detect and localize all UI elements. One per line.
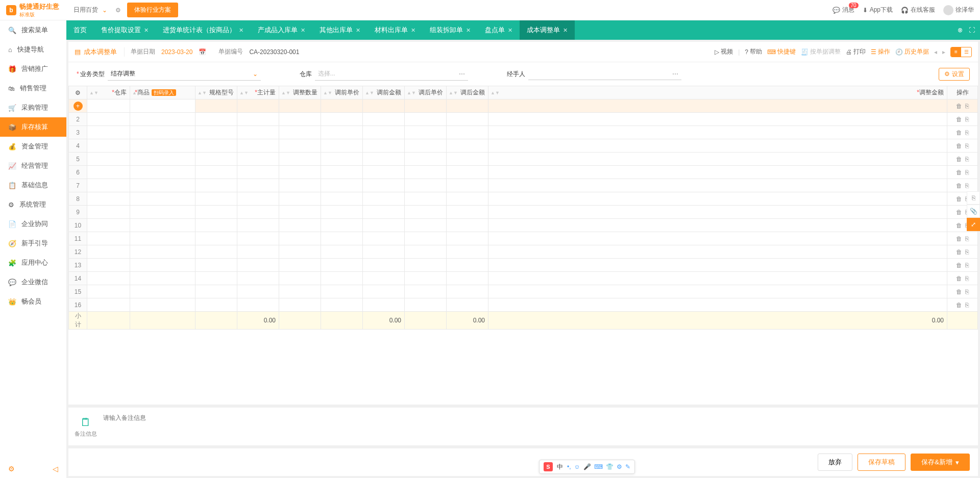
copy-icon[interactable]: ⎘ — [965, 235, 969, 242]
table-row[interactable]: 15🗑 ⎘ — [69, 285, 978, 298]
table-row[interactable]: 11🗑 ⎘ — [69, 232, 978, 245]
tab[interactable]: 产成品入库单✕ — [251, 20, 312, 40]
tab[interactable]: 其他出库单✕ — [312, 20, 368, 40]
rail-copy-icon[interactable]: ⎘ — [967, 191, 980, 205]
table-row[interactable]: +🗑 ⎘ — [69, 99, 978, 113]
copy-icon[interactable]: ⎘ — [965, 129, 969, 136]
col-adj-qty[interactable]: ▲▼调整数量 — [279, 86, 321, 99]
messages-button[interactable]: 💬 消息 70 — [832, 6, 854, 14]
copy-icon[interactable]: ⎘ — [965, 288, 969, 295]
table-row[interactable]: 9🗑 ⎘ — [69, 206, 978, 219]
tab[interactable]: 进货单统计表（按商品）✕ — [156, 20, 251, 40]
table-row[interactable]: 14🗑 ⎘ — [69, 272, 978, 285]
tab[interactable]: 材料出库单✕ — [368, 20, 423, 40]
sidebar-item-wechat[interactable]: 💬企业微信 — [0, 272, 66, 292]
copy-icon[interactable]: ⎘ — [965, 116, 969, 123]
sidebar-item-marketing[interactable]: 🎁营销推广 — [0, 59, 66, 79]
delete-icon[interactable]: 🗑 — [956, 182, 962, 189]
copy-icon[interactable]: ⎘ — [965, 103, 969, 110]
store-selector[interactable]: 日用百货 ⌄ — [69, 4, 111, 16]
sidebar-item-inventory[interactable]: 📦库存核算 — [0, 117, 66, 137]
col-warehouse[interactable]: ▲▼*仓库 — [87, 86, 130, 99]
delete-icon[interactable]: 🗑 — [956, 248, 962, 256]
table-row[interactable]: 10🗑 ⎘ — [69, 219, 978, 232]
table-row[interactable]: 2🗑 ⎘ — [69, 113, 978, 126]
list-view-icon[interactable]: ≡ — [951, 47, 961, 57]
sidebar-item-collab[interactable]: 📄企业协同 — [0, 214, 66, 234]
card-view-icon[interactable]: ☰ — [961, 47, 971, 57]
sidebar-item-system[interactable]: ⚙系统管理 — [0, 195, 66, 214]
copy-icon[interactable]: ⎘ — [965, 169, 969, 176]
delete-icon[interactable]: 🗑 — [956, 129, 962, 136]
settings-icon[interactable]: ⚙ — [8, 465, 15, 473]
rail-expand-icon[interactable]: ⤢ — [967, 218, 980, 231]
copy-icon[interactable]: ⎘ — [965, 182, 969, 189]
close-icon[interactable]: ✕ — [563, 27, 568, 34]
table-row[interactable]: 16🗑 ⎘ — [69, 298, 978, 312]
online-service-button[interactable]: 🎧 在线客服 — [901, 6, 935, 14]
chevron-down-icon[interactable]: ⌄ — [253, 70, 258, 78]
close-icon[interactable]: ✕ — [508, 27, 512, 34]
delete-icon[interactable]: 🗑 — [956, 142, 962, 149]
save-draft-button[interactable]: 保存草稿 — [857, 454, 905, 471]
col-post-amount[interactable]: ▲▼调后金额 — [447, 86, 488, 99]
save-new-button[interactable]: 保存&新增 ▾ — [911, 454, 970, 471]
sidebar-item-purchase[interactable]: 🛒采购管理 — [0, 98, 66, 117]
sidebar-item-sales[interactable]: 🛍销售管理 — [0, 79, 66, 98]
col-product[interactable]: ▲▼ *商品扫码录入 — [130, 86, 195, 99]
biz-type-field[interactable]: *业务类型 结存调整 ⌄ — [77, 67, 261, 81]
help-button[interactable]: ?帮助 — [745, 47, 762, 56]
doc-date[interactable]: 2023-03-20 — [161, 48, 192, 56]
discard-button[interactable]: 放弃 — [818, 454, 852, 471]
sidebar-item-basic[interactable]: 📋基础信息 — [0, 175, 66, 195]
sidebar-item-quicknav[interactable]: ⌂快捷导航 — [0, 40, 66, 59]
delete-icon[interactable]: 🗑 — [956, 222, 962, 229]
copy-icon[interactable]: ⎘ — [965, 142, 969, 149]
table-row[interactable]: 3🗑 ⎘ — [69, 126, 978, 139]
sidebar-item-finance[interactable]: 💰资金管理 — [0, 137, 66, 156]
delete-icon[interactable]: 🗑 — [956, 262, 962, 269]
table-row[interactable]: 7🗑 ⎘ — [69, 179, 978, 192]
copy-icon[interactable]: ⎘ — [965, 262, 969, 269]
delete-icon[interactable]: 🗑 — [956, 156, 962, 163]
add-row-button[interactable]: + — [74, 102, 83, 111]
table-row[interactable]: 4🗑 ⎘ — [69, 139, 978, 153]
gear-icon[interactable]: ⚙ — [115, 7, 121, 14]
user-menu[interactable]: 徐泽华 — [943, 5, 974, 15]
col-post-price[interactable]: ▲▼调后单价 — [405, 86, 447, 99]
more-icon[interactable]: ⋯ — [672, 70, 678, 78]
close-icon[interactable]: ✕ — [411, 27, 415, 34]
tab[interactable]: 组装拆卸单✕ — [423, 20, 478, 40]
copy-icon[interactable]: ⎘ — [965, 156, 969, 163]
shortcut-button[interactable]: ⌨快捷键 — [767, 47, 796, 56]
tab-close-all-icon[interactable]: ⊗ — [958, 27, 963, 34]
delete-icon[interactable]: 🗑 — [956, 169, 962, 176]
delete-icon[interactable]: 🗑 — [956, 195, 962, 203]
app-download-button[interactable]: ⬇ App下载 — [863, 6, 893, 14]
ime-bar[interactable]: S 中 •,☺🎤⌨👕⚙✎ — [539, 460, 635, 474]
table-row[interactable]: 12🗑 ⎘ — [69, 245, 978, 259]
tab[interactable]: 首页 — [66, 20, 94, 40]
delete-icon[interactable]: 🗑 — [956, 235, 962, 242]
settings-button[interactable]: ⚙ 设置 — [939, 68, 970, 81]
ime-tools[interactable]: •,☺🎤⌨👕⚙✎ — [567, 463, 630, 470]
copy-icon[interactable]: ⎘ — [965, 275, 969, 282]
close-icon[interactable]: ✕ — [239, 27, 243, 34]
tab-fullscreen-icon[interactable]: ⛶ — [969, 27, 975, 34]
collapse-icon[interactable]: ◁ — [53, 465, 58, 473]
delete-icon[interactable]: 🗑 — [956, 301, 962, 309]
close-icon[interactable]: ✕ — [144, 27, 149, 34]
more-icon[interactable]: ⋯ — [459, 70, 465, 78]
table-row[interactable]: 6🗑 ⎘ — [69, 166, 978, 179]
col-pre-amount[interactable]: ▲▼调前金额 — [363, 86, 405, 99]
tab[interactable]: 盘点单✕ — [478, 20, 520, 40]
cta-button[interactable]: 体验行业方案 — [127, 3, 178, 17]
close-icon[interactable]: ✕ — [301, 27, 305, 34]
copy-icon[interactable]: ⎘ — [965, 301, 969, 309]
table-row[interactable]: 8🗑 ⎘ — [69, 192, 978, 206]
delete-icon[interactable]: 🗑 — [956, 209, 962, 216]
table-row[interactable]: 13🗑 ⎘ — [69, 259, 978, 272]
handler-field[interactable]: 经手人 ⋯ — [507, 68, 681, 80]
next-icon[interactable]: ▸ — [942, 48, 945, 56]
delete-icon[interactable]: 🗑 — [956, 275, 962, 282]
